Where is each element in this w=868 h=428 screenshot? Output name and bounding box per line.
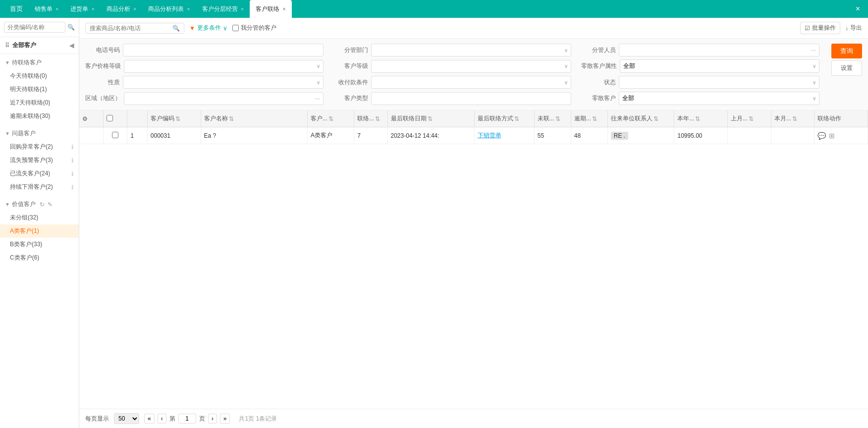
th-settings[interactable]: ⚙ [79, 110, 103, 127]
nav-customer-tier-close[interactable]: × [241, 6, 244, 12]
nav-product-list[interactable]: 商品分析列表 × [142, 0, 196, 18]
sort-icon[interactable]: ⇅ [175, 115, 180, 122]
export-button[interactable]: ↓ 导出 [845, 24, 862, 32]
last-page-button[interactable]: » [220, 414, 230, 424]
sort-icon12[interactable]: ⇅ [792, 115, 797, 122]
close-all-button[interactable]: × [852, 4, 864, 13]
nav-home[interactable]: 首页 [4, 0, 29, 18]
sidebar-search-icon[interactable]: 🔍 [67, 24, 75, 31]
nav-customer-contact[interactable]: 客户联络 × [250, 0, 291, 18]
th-last-method[interactable]: 最后联络方式⇅ [474, 110, 534, 127]
th-not-contact[interactable]: 未联...⇅ [534, 110, 571, 127]
setting-button[interactable]: 设置 [831, 60, 862, 76]
nav-product-analysis[interactable]: 商品分析 × [101, 0, 142, 18]
nav-product-analysis-close[interactable]: × [133, 6, 136, 12]
prev-page-button[interactable]: ‹ [158, 414, 166, 424]
sidebar-section-pending-title[interactable]: ▼ 待联络客户 [0, 56, 79, 69]
page-number-input[interactable] [178, 414, 196, 424]
query-button[interactable]: 查询 [831, 44, 862, 58]
th-action: 联络动作 [814, 110, 868, 127]
retail-attr-select[interactable]: 全部 ∨ [620, 59, 819, 73]
sort-icon9[interactable]: ⇅ [653, 115, 658, 122]
my-customers-checkbox[interactable]: 我分管的客户 [232, 24, 276, 32]
sidebar-item-classC[interactable]: C类客户(6) [0, 251, 79, 265]
sidebar-item-7days[interactable]: 近7天待联络(0) [0, 96, 79, 109]
th-this-month[interactable]: 本月...⇅ [771, 110, 814, 127]
sidebar-all-customers[interactable]: ⠿ 全部客户 ◀ [0, 37, 79, 54]
nav-customer-contact-close[interactable]: × [282, 6, 285, 12]
settings-icon[interactable]: ⚙ [82, 115, 88, 122]
sidebar-item-declining[interactable]: 持续下滑客户(2) ℹ [0, 180, 79, 194]
sort-icon3[interactable]: ⇅ [328, 115, 333, 122]
phone-input[interactable] [123, 44, 324, 56]
sidebar-section-value-title[interactable]: ▼ 价值客户 ↻ ✎ [0, 198, 79, 211]
search-icon[interactable]: 🔍 [172, 25, 180, 32]
retail-attr-field: 零散客户属性 全部 ∨ [581, 59, 819, 73]
nav-sales[interactable]: 销售单 × [29, 0, 64, 18]
comment-icon[interactable]: 💬 [817, 132, 826, 140]
sort-icon2[interactable]: ⇅ [229, 115, 234, 122]
th-code[interactable]: 客户编码⇅ [147, 110, 201, 127]
th-unit-contact[interactable]: 往来单位联系人⇅ [607, 110, 674, 127]
sidebar-item-unclassified[interactable]: 未分组(32) [0, 211, 79, 224]
nav-purchase[interactable]: 进货单 × [64, 0, 100, 18]
customer-type-select[interactable] [371, 92, 572, 105]
sort-icon6[interactable]: ⇅ [514, 115, 519, 122]
sidebar-item-overdue[interactable]: 逾期未联络(30) [0, 109, 79, 123]
th-this-year[interactable]: 本年...⇅ [674, 110, 728, 127]
row-checkbox[interactable] [112, 132, 118, 138]
my-customers-check[interactable] [232, 25, 239, 31]
sidebar-search-input[interactable] [4, 22, 65, 33]
edit-icon[interactable]: ✎ [48, 201, 53, 208]
nav-customer-tier[interactable]: 客户分层经营 × [196, 0, 250, 18]
sort-icon4[interactable]: ⇅ [375, 115, 380, 122]
sidebar-item-abnormal[interactable]: 回购异常客户(2) ℹ [0, 140, 79, 154]
qr-icon[interactable]: ⊞ [829, 132, 835, 140]
retail-customer-select[interactable]: 全部 ∨ [619, 92, 819, 105]
nav-sales-close[interactable]: × [55, 6, 58, 12]
sidebar-item-tomorrow[interactable]: 明天待联络(1) [0, 83, 79, 96]
cell-last-method[interactable]: 下销货单 [474, 127, 534, 144]
region-input[interactable]: ··· [124, 92, 324, 105]
sidebar-item-classB[interactable]: B类客户(33) [0, 238, 79, 251]
nav-purchase-close[interactable]: × [91, 6, 94, 12]
status-select[interactable]: ∨ [619, 76, 819, 89]
sidebar-section-problem-title[interactable]: ▼ 问题客户 [0, 127, 79, 140]
manager-input[interactable]: ··· [619, 44, 819, 56]
th-overdue[interactable]: 逾期...⇅ [571, 110, 607, 127]
refresh-icon[interactable]: ↻ [40, 201, 45, 208]
th-name[interactable]: 客户名称⇅ [201, 110, 307, 127]
th-last-month[interactable]: 上月...⇅ [728, 110, 771, 127]
customer-grade-select[interactable]: ∨ [371, 60, 572, 73]
sort-icon8[interactable]: ⇅ [592, 115, 597, 122]
nav-product-list-close[interactable]: × [187, 6, 190, 12]
th-type[interactable]: 客户...⇅ [307, 110, 354, 127]
dept-select[interactable]: ∨ [371, 44, 572, 56]
filter-search-input[interactable] [90, 25, 170, 32]
sidebar-item-today[interactable]: 今天待联络(0) [0, 69, 79, 83]
filter-search-box[interactable]: 🔍 [85, 23, 184, 34]
status-label: 状态 [581, 78, 616, 87]
sidebar-collapse-icon[interactable]: ◀ [69, 42, 74, 49]
next-page-button[interactable]: › [208, 414, 217, 424]
sort-icon7[interactable]: ⇅ [555, 115, 560, 122]
sidebar-item-classA[interactable]: A类客户(1) [0, 224, 79, 238]
select-all-checkbox[interactable] [107, 115, 113, 121]
payment-select[interactable]: ∨ [371, 76, 572, 89]
sort-icon10[interactable]: ⇅ [695, 115, 700, 122]
sidebar-item-lost[interactable]: 已流失客户(24) ℹ [0, 167, 79, 180]
sort-icon11[interactable]: ⇅ [749, 115, 754, 122]
cell-checkbox[interactable] [103, 127, 127, 144]
th-contact[interactable]: 联络...⇅ [354, 110, 387, 127]
page-size-select[interactable]: 50 100 200 [114, 413, 139, 424]
batch-op-button[interactable]: ☑ 批量操作 [800, 22, 840, 34]
price-grade-select[interactable]: ∨ [124, 60, 324, 73]
filter-more-btn[interactable]: ▼ 更多条件 ∨ [189, 24, 227, 32]
last-method-link[interactable]: 下销货单 [478, 132, 501, 139]
sort-icon5[interactable]: ⇅ [428, 115, 433, 122]
sidebar-item-warning[interactable]: 流失预警客户(3) ℹ [0, 154, 79, 167]
th-last-date[interactable]: 最后联络日期⇅ [387, 110, 474, 127]
th-checkbox[interactable] [103, 110, 127, 127]
first-page-button[interactable]: « [144, 414, 155, 424]
nature-select[interactable]: ∨ [123, 76, 324, 89]
